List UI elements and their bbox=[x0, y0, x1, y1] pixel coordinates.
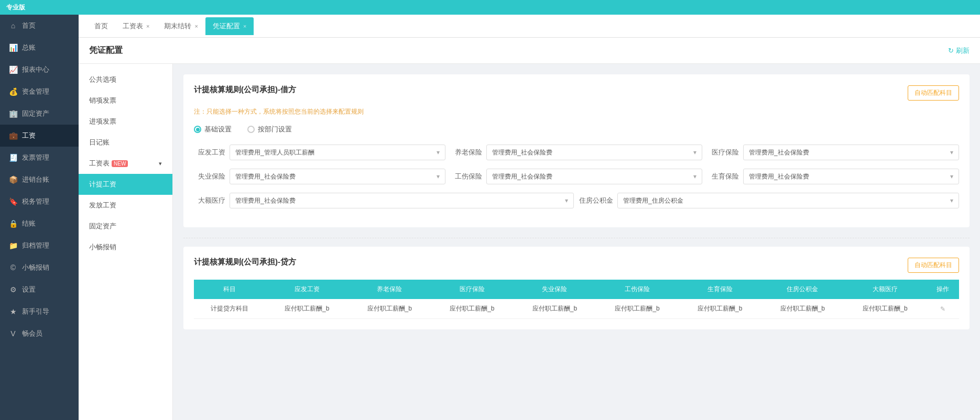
tab-close-salary-table[interactable]: × bbox=[146, 23, 149, 29]
left-nav-item-pay-salary[interactable]: 发放工资 bbox=[79, 195, 172, 216]
tab-close-voucher-config[interactable]: × bbox=[243, 23, 246, 29]
sidebar-item-invoice[interactable]: 🧾发票管理 bbox=[0, 147, 79, 169]
sidebar-item-settings[interactable]: ⚙设置 bbox=[0, 279, 79, 301]
left-nav-item-journal[interactable]: 日记账 bbox=[79, 132, 172, 153]
sidebar-item-vip[interactable]: V畅会员 bbox=[0, 323, 79, 345]
debit-field-arrow-1-0: ▾ bbox=[437, 173, 440, 180]
sidebar-item-tax[interactable]: 🔖税务管理 bbox=[0, 191, 79, 213]
debit-field-label-2-1: 住房公积金 bbox=[579, 196, 613, 205]
credit-col-8: 大额医疗 bbox=[844, 280, 927, 299]
debit-field-2-0: 大额医疗 管理费用_社会保险费 ▾ bbox=[194, 193, 574, 208]
debit-field-select-1-0[interactable]: 管理费用_社会保险费 ▾ bbox=[230, 169, 445, 184]
credit-row-value-0-7: 应付职工薪酬_b bbox=[844, 299, 927, 319]
radio-dept-label: 按部门设置 bbox=[258, 125, 292, 134]
sidebar-item-reports[interactable]: 📈报表中心 bbox=[0, 59, 79, 81]
tab-period-close[interactable]: 期末结转× bbox=[157, 17, 205, 35]
credit-row-value-0-6: 应付职工薪酬_b bbox=[761, 299, 844, 319]
debit-field-value-1-0: 管理费用_社会保险费 bbox=[235, 172, 296, 181]
debit-field-label-2-0: 大额医疗 bbox=[194, 196, 225, 205]
left-nav-label-fixed-assets: 固定资产 bbox=[89, 222, 116, 231]
sidebar-label-archive: 归档管理 bbox=[22, 241, 49, 250]
sidebar-item-funds[interactable]: 💰资金管理 bbox=[0, 81, 79, 103]
radio-basic-setting[interactable]: 基础设置 bbox=[194, 125, 232, 134]
tab-salary-table[interactable]: 工资表× bbox=[115, 17, 157, 35]
debit-field-arrow-0-2: ▾ bbox=[950, 149, 953, 156]
sidebar-label-home: 首页 bbox=[22, 21, 36, 30]
debit-section-note: 注：只能选择一种方式，系统将按照您当前的选择来配置规则 bbox=[194, 107, 959, 116]
debit-field-value-0-0: 管理费用_管理人员职工薪酬 bbox=[235, 148, 314, 157]
credit-section-title: 计提核算规则(公司承担)-贷方 bbox=[194, 257, 296, 267]
debit-field-arrow-2-0: ▾ bbox=[565, 197, 568, 204]
debit-field-select-2-0[interactable]: 管理费用_社会保险费 ▾ bbox=[230, 193, 574, 208]
page-title: 凭证配置 bbox=[89, 45, 123, 56]
left-nav-label-salary-table: 工资表NEW bbox=[89, 159, 128, 168]
left-nav-label-journal: 日记账 bbox=[89, 138, 110, 147]
section-divider bbox=[183, 238, 970, 238]
debit-section: 计提核算规则(公司承担)-借方 自动匹配科目 注：只能选择一种方式，系统将按照您… bbox=[183, 74, 970, 227]
sidebar-label-funds: 资金管理 bbox=[22, 87, 49, 96]
credit-row-value-0-0: 应付职工薪酬_b bbox=[266, 299, 349, 319]
debit-field-select-2-1[interactable]: 管理费用_住房公积金 ▾ bbox=[617, 193, 959, 208]
credit-section: 计提核算规则(公司承担)-贷方 自动匹配科目 科目应发工资养老保险医疗保险失业保… bbox=[183, 247, 970, 329]
debit-section-header: 计提核算规则(公司承担)-借方 自动匹配科目 bbox=[194, 85, 959, 101]
sidebar-icon-salary: 💼 bbox=[8, 131, 18, 140]
sidebar-icon-ledger: 📊 bbox=[8, 43, 18, 52]
tab-close-period-close[interactable]: × bbox=[194, 23, 198, 29]
debit-field-0-2: 医疗保险 管理费用_社会保险费 ▾ bbox=[707, 145, 959, 160]
left-nav-item-sales-invoice[interactable]: 销项发票 bbox=[79, 90, 172, 111]
debit-field-select-0-1[interactable]: 管理费用_社会保险费 ▾ bbox=[486, 145, 702, 160]
debit-field-select-0-0[interactable]: 管理费用_管理人员职工薪酬 ▾ bbox=[230, 145, 445, 160]
debit-field-select-1-2[interactable]: 管理费用_社会保险费 ▾ bbox=[743, 169, 959, 184]
credit-row-value-0-4: 应付职工薪酬_b bbox=[596, 299, 679, 319]
credit-section-header: 计提核算规则(公司承担)-贷方 自动匹配科目 bbox=[194, 257, 959, 273]
left-nav-item-petty-expense[interactable]: 小畅报销 bbox=[79, 237, 172, 258]
radio-dept-setting[interactable]: 按部门设置 bbox=[247, 125, 292, 134]
debit-form-rows: 应发工资 管理费用_管理人员职工薪酬 ▾ 养老保险 管理费用_社会保险费 ▾ 医… bbox=[194, 145, 959, 208]
left-nav-item-fixed-assets[interactable]: 固定资产 bbox=[79, 216, 172, 237]
sidebar-label-vip: 畅会员 bbox=[22, 329, 42, 338]
debit-field-label-1-1: 工伤保险 bbox=[451, 172, 482, 181]
debit-field-arrow-0-0: ▾ bbox=[437, 149, 440, 156]
credit-table-head: 科目应发工资养老保险医疗保险失业保险工伤保险生育保险住房公积金大额医疗操作 bbox=[194, 280, 959, 299]
sidebar-item-guide[interactable]: ★新手引导 bbox=[0, 301, 79, 323]
sidebar-item-inventory[interactable]: 📦进销台账 bbox=[0, 169, 79, 191]
credit-table-body: 计提贷方科目应付职工薪酬_b应付职工薪酬_b应付职工薪酬_b应付职工薪酬_b应付… bbox=[194, 299, 959, 319]
debit-form-row-1: 失业保险 管理费用_社会保险费 ▾ 工伤保险 管理费用_社会保险费 ▾ 生育保险… bbox=[194, 169, 959, 184]
debit-field-1-1: 工伤保险 管理费用_社会保险费 ▾ bbox=[451, 169, 702, 184]
left-nav-item-purchase-invoice[interactable]: 进项发票 bbox=[79, 111, 172, 132]
refresh-button[interactable]: ↻ 刷新 bbox=[948, 46, 970, 56]
debit-field-select-1-1[interactable]: 管理费用_社会保险费 ▾ bbox=[486, 169, 702, 184]
left-nav-item-public[interactable]: 公共选项 bbox=[79, 69, 172, 90]
tab-home[interactable]: 首页 bbox=[87, 17, 115, 35]
credit-auto-match-button[interactable]: 自动匹配科目 bbox=[908, 258, 959, 273]
credit-col-9: 操作 bbox=[927, 280, 959, 299]
debit-field-value-0-1: 管理费用_社会保险费 bbox=[492, 148, 552, 157]
page-header: 凭证配置 ↻ 刷新 bbox=[79, 38, 980, 64]
credit-row-edit-0[interactable]: ✎ bbox=[927, 299, 959, 319]
edit-icon-0[interactable]: ✎ bbox=[940, 305, 945, 313]
tab-voucher-config[interactable]: 凭证配置× bbox=[205, 17, 254, 35]
radio-basic-label: 基础设置 bbox=[204, 125, 232, 134]
sidebar-icon-home: ⌂ bbox=[8, 21, 18, 30]
sidebar-item-home[interactable]: ⌂首页 bbox=[0, 15, 79, 37]
left-nav-label-accrual-salary: 计提工资 bbox=[89, 180, 116, 189]
left-nav-item-salary-table[interactable]: 工资表NEW▾ bbox=[79, 153, 172, 174]
sidebar-item-ledger[interactable]: 📊总账 bbox=[0, 37, 79, 59]
sidebar-icon-settings: ⚙ bbox=[8, 285, 18, 294]
debit-field-value-2-1: 管理费用_住房公积金 bbox=[623, 196, 683, 205]
new-badge-salary-table: NEW bbox=[112, 160, 128, 167]
debit-field-value-0-2: 管理费用_社会保险费 bbox=[749, 148, 809, 157]
sidebar-item-archive[interactable]: 📁归档管理 bbox=[0, 235, 79, 257]
credit-row-subject-0: 计提贷方科目 bbox=[194, 299, 266, 319]
sidebar-item-assets[interactable]: 🏢固定资产 bbox=[0, 103, 79, 125]
sidebar-item-salary[interactable]: 💼工资 bbox=[0, 125, 79, 147]
credit-col-0: 科目 bbox=[194, 280, 266, 299]
sidebar-item-expense[interactable]: ©小畅报销 bbox=[0, 257, 79, 279]
left-nav-item-accrual-salary[interactable]: 计提工资 bbox=[79, 174, 172, 195]
sidebar-item-close[interactable]: 🔒结账 bbox=[0, 213, 79, 235]
sidebar-icon-archive: 📁 bbox=[8, 241, 18, 250]
debit-field-select-0-2[interactable]: 管理费用_社会保险费 ▾ bbox=[743, 145, 959, 160]
sidebar-icon-inventory: 📦 bbox=[8, 175, 18, 184]
debit-auto-match-button[interactable]: 自动匹配科目 bbox=[908, 85, 959, 101]
content-area: 首页工资表×期末结转×凭证配置× 凭证配置 ↻ 刷新 公共选项销项发票进项发票日… bbox=[79, 15, 980, 420]
